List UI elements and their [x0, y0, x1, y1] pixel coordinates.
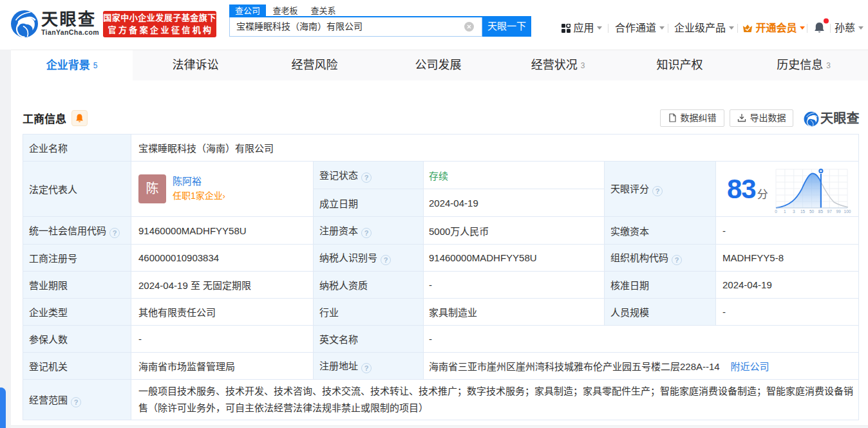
svg-text:97: 97: [827, 209, 832, 213]
svg-text:100: 100: [844, 209, 851, 213]
svg-text:85: 85: [818, 209, 824, 213]
svg-text:3: 3: [793, 209, 795, 213]
svg-text:0: 0: [775, 209, 777, 213]
svg-text:99: 99: [836, 209, 841, 213]
svg-text:1: 1: [784, 209, 786, 213]
svg-text:50: 50: [809, 209, 815, 213]
svg-text:15: 15: [800, 209, 806, 213]
